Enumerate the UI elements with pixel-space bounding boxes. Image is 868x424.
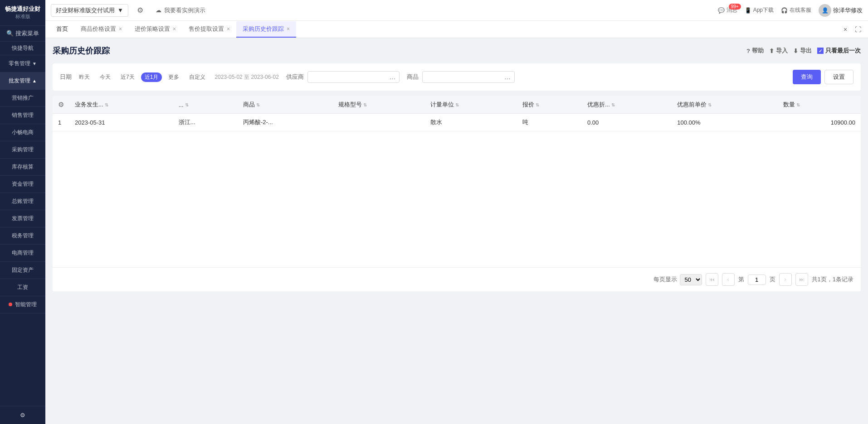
date-range-text: 2023-05-02 至 2023-06-02 — [215, 73, 278, 81]
tab-label: 售价提取设置 — [189, 25, 224, 33]
sidebar-item-purchase[interactable]: 采购管理 — [0, 141, 45, 159]
sidebar-item-sales[interactable]: 销售管理 — [0, 107, 45, 124]
product-input[interactable] — [426, 74, 502, 81]
tab-home[interactable]: 首页 — [50, 21, 74, 38]
message-icon: 💬 — [718, 7, 725, 14]
data-table-card: ⚙ 业务发生... ⇅ ... ⇅ — [53, 96, 861, 291]
sidebar-item-marketing[interactable]: 营销推广 — [0, 90, 45, 107]
app-download-button[interactable]: 📱 App下载 — [745, 6, 774, 14]
sidebar-item-label: 资金管理 — [12, 180, 34, 188]
th-label: 商品 — [243, 101, 255, 109]
app-logo: 畅捷通好业财 标准版 — [0, 0, 45, 26]
th-sort-pre-discount[interactable]: 优惠前单价 ⇅ — [677, 101, 772, 109]
filter-row: 日期 昨天 今天 近7天 近1月 更多 自定义 2023-05-02 至 202… — [60, 70, 853, 84]
online-service-button[interactable]: 🎧 在线客服 — [781, 6, 811, 14]
th-sort-unit[interactable]: 计量单位 ⇅ — [430, 101, 512, 109]
sidebar-item-ecommerce-small[interactable]: 小畅电商 — [0, 124, 45, 141]
date-btn-1month[interactable]: 近1月 — [141, 72, 162, 82]
sidebar-item-assets[interactable]: 固定资产 — [0, 262, 45, 279]
th-sort-quantity[interactable]: 数量 ⇅ — [783, 101, 855, 109]
sort-icon: ⇅ — [363, 102, 367, 107]
close-icon[interactable]: × — [287, 26, 290, 32]
th-sort-product[interactable]: 商品 ⇅ — [243, 101, 327, 109]
gear-icon[interactable]: ⚙ — [58, 101, 64, 108]
th-label: 数量 — [783, 101, 795, 109]
date-btn-custom[interactable]: 自定义 — [185, 72, 209, 82]
tab-actions: × ⛶ — [840, 24, 863, 35]
th-sort-price[interactable]: 报价 ⇅ — [522, 101, 576, 109]
close-icon[interactable]: × — [173, 26, 176, 32]
close-icon[interactable]: × — [119, 26, 122, 32]
topbar-settings-button[interactable]: ⚙ — [134, 4, 146, 17]
demo-button[interactable]: ☁ 我要看实例演示 — [156, 6, 205, 14]
import-button[interactable]: ⬆ 导入 — [769, 47, 788, 55]
app-edition: 标准版 — [4, 13, 42, 20]
export-button[interactable]: ⬇ 导出 — [793, 47, 812, 55]
table-wrap: ⚙ 业务发生... ⇅ ... ⇅ — [53, 96, 861, 131]
cell-price: 吨 — [517, 114, 582, 131]
th-sort-discount[interactable]: 优惠折... ⇅ — [587, 101, 666, 109]
close-icon[interactable]: × — [227, 26, 230, 32]
maximize-tab-button[interactable]: ⛶ — [853, 24, 863, 35]
th-sort-spec[interactable]: 规格型号 ⇅ — [338, 101, 419, 109]
tab-price-extract[interactable]: 售价提取设置 × — [182, 21, 236, 38]
sidebar-item-label: 小畅电商 — [12, 129, 34, 136]
sidebar-item-tax[interactable]: 税务管理 — [0, 227, 45, 245]
settings-button[interactable]: 设置 — [824, 70, 853, 84]
page-title-text: 采购历史价跟踪 — [53, 45, 110, 56]
version-selector[interactable]: 好业财标准版交付试用 ▼ — [51, 4, 128, 17]
sidebar-item-invoice[interactable]: 发票管理 — [0, 210, 45, 227]
tab-cost-strategy[interactable]: 进价策略设置 × — [128, 21, 182, 38]
first-page-button[interactable]: ⏮ — [706, 273, 718, 286]
app-name: 畅捷通好业财 — [4, 5, 42, 13]
last-page-button[interactable]: ⏭ — [795, 273, 808, 286]
supplier-dots-button[interactable]: ... — [390, 73, 395, 81]
query-button[interactable]: 查询 — [793, 70, 821, 84]
demo-label: 我要看实例演示 — [164, 6, 205, 14]
sidebar-item-wholesale[interactable]: 批发管理 ▲ — [0, 72, 45, 90]
tab-bar: 首页 商品价格设置 × 进价策略设置 × 售价提取设置 × 采购历史价跟踪 × … — [45, 21, 868, 38]
th-label: 优惠前单价 — [677, 101, 707, 109]
prev-page-button[interactable]: ‹ — [722, 273, 735, 286]
sidebar-item-label: 总账管理 — [12, 198, 34, 205]
sidebar-item-ecommerce[interactable]: 电商管理 — [0, 245, 45, 262]
date-options: 昨天 今天 近7天 近1月 更多 自定义 — [75, 72, 209, 82]
th-discount: 优惠折... ⇅ — [582, 96, 672, 114]
th-sort-biz-date[interactable]: 业务发生... ⇅ — [75, 101, 168, 109]
page-size-select[interactable]: 50 — [680, 274, 702, 285]
page-input[interactable] — [748, 275, 766, 285]
tab-label: 首页 — [56, 25, 68, 33]
user-menu[interactable]: 👤 徐泽华修改 — [819, 4, 863, 17]
cell-pre-discount-price: 10900.00 — [778, 114, 861, 131]
only-last-checkbox[interactable]: ✓ 只看最后一次 — [817, 47, 861, 55]
sidebar-item-inventory[interactable]: 库存核算 — [0, 159, 45, 176]
tab-price-settings[interactable]: 商品价格设置 × — [74, 21, 128, 38]
date-btn-today[interactable]: 今天 — [96, 72, 114, 82]
th-label: ... — [179, 101, 184, 108]
sidebar-item-quick-nav[interactable]: 快捷导航 — [0, 42, 45, 55]
next-page-button[interactable]: › — [779, 273, 792, 286]
supplier-input[interactable] — [312, 74, 388, 81]
sidebar-item-ledger[interactable]: 总账管理 — [0, 193, 45, 210]
sidebar-item-funds[interactable]: 资金管理 — [0, 176, 45, 193]
help-label: 帮助 — [752, 47, 764, 55]
sidebar-item-salary[interactable]: 工资 — [0, 279, 45, 296]
export-icon: ⬇ — [793, 48, 798, 54]
help-button[interactable]: ? 帮助 — [746, 47, 764, 55]
date-btn-7days[interactable]: 近7天 — [117, 72, 138, 82]
close-tab-button[interactable]: × — [840, 24, 851, 35]
messages-button[interactable]: 💬 消息 99+ — [718, 6, 737, 14]
sidebar-item-ai[interactable]: 智能管理 — [0, 296, 45, 313]
filter-panel: 日期 昨天 今天 近7天 近1月 更多 自定义 2023-05-02 至 202… — [53, 63, 861, 91]
date-btn-more[interactable]: 更多 — [165, 72, 183, 82]
table-empty-space — [53, 131, 861, 267]
sidebar-item-search[interactable]: 🔍 搜索菜单 — [0, 26, 45, 42]
th-sort-more1[interactable]: ... ⇅ — [179, 101, 232, 108]
tab-purchase-history[interactable]: 采购历史价跟踪 × — [236, 21, 296, 38]
page-size-wrap: 每页显示 50 — [653, 274, 702, 285]
date-btn-yesterday[interactable]: 昨天 — [75, 72, 93, 82]
sidebar-settings[interactable]: ⚙ — [0, 406, 45, 424]
product-dots-button[interactable]: ... — [504, 73, 510, 81]
import-label: 导入 — [776, 47, 788, 55]
sidebar-item-retail[interactable]: 零售管理 ▼ — [0, 55, 45, 72]
